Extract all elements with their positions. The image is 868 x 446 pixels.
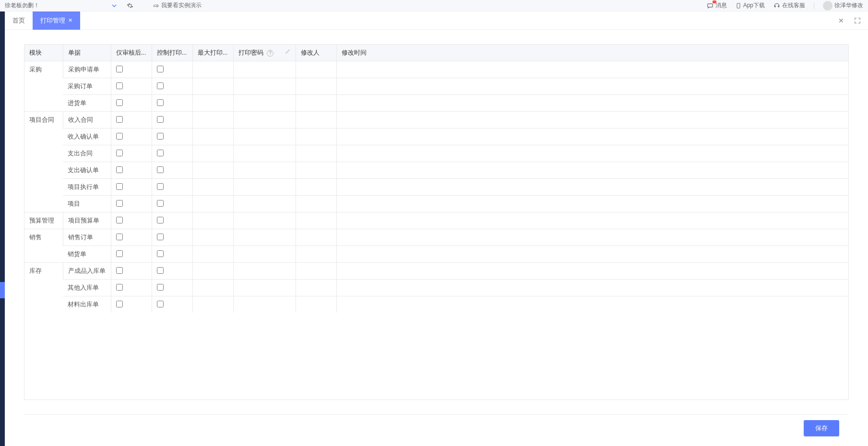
- control-print-checkbox[interactable]: [157, 82, 164, 89]
- audit-only-checkbox[interactable]: [116, 99, 123, 106]
- tab-print-management[interactable]: 打印管理 ✕: [33, 12, 80, 30]
- audit-only-checkbox[interactable]: [116, 217, 123, 223]
- help-icon[interactable]: ?: [267, 50, 273, 57]
- control-print-checkbox[interactable]: [157, 183, 164, 190]
- audit-only-checkbox[interactable]: [116, 200, 123, 207]
- document-cell: 材料出库单: [63, 296, 111, 313]
- control-print-cell: [152, 229, 192, 246]
- empty-cell: [233, 296, 296, 313]
- module-cell: 采购: [24, 61, 63, 112]
- control-print-checkbox[interactable]: [157, 116, 164, 123]
- company-dropdown-icon[interactable]: [111, 3, 117, 9]
- control-print-cell: [152, 196, 192, 212]
- phone-icon: [736, 2, 741, 9]
- table-row: 项目合同收入合同: [24, 112, 848, 129]
- empty-cell: [336, 162, 848, 179]
- demo-link-label: 我要看实例演示: [161, 1, 202, 10]
- col-print-password-label: 打印密码: [238, 49, 263, 56]
- control-print-checkbox[interactable]: [157, 301, 164, 307]
- audit-only-checkbox[interactable]: [116, 133, 123, 140]
- audit-only-checkbox[interactable]: [116, 301, 123, 307]
- audit-only-checkbox[interactable]: [116, 66, 123, 72]
- control-print-cell: [152, 112, 192, 129]
- empty-cell: [233, 95, 296, 112]
- empty-cell: [296, 61, 336, 78]
- close-icon[interactable]: ✕: [68, 17, 72, 23]
- audit-only-cell: [111, 95, 152, 112]
- empty-cell: [233, 196, 296, 212]
- audit-only-checkbox[interactable]: [116, 234, 123, 240]
- empty-cell: [336, 263, 848, 280]
- table-row: 支出确认单: [24, 162, 848, 179]
- messages-link[interactable]: 消息: [707, 1, 727, 10]
- edit-icon[interactable]: [285, 48, 291, 54]
- control-print-checkbox[interactable]: [157, 284, 164, 291]
- control-print-checkbox[interactable]: [157, 133, 164, 140]
- audit-only-checkbox[interactable]: [116, 183, 123, 190]
- app-download-link[interactable]: App下载: [736, 1, 765, 10]
- col-control-print: 控制打印...: [152, 45, 192, 61]
- audit-only-checkbox[interactable]: [116, 82, 123, 89]
- empty-cell: [336, 61, 848, 78]
- audit-only-checkbox[interactable]: [116, 166, 123, 173]
- document-cell: 项目: [63, 196, 111, 212]
- empty-cell: [233, 61, 296, 78]
- tabs-right: ✕: [835, 15, 868, 26]
- control-print-checkbox[interactable]: [157, 200, 164, 207]
- col-modifier: 修改人: [296, 45, 336, 61]
- top-left: 徐老板勿删！ 我要看实例演示: [5, 1, 202, 10]
- table-header-row: 模块 单据 仅审核后... 控制打印... 最大打印... 打印密码 ?: [24, 45, 848, 61]
- user-menu[interactable]: 徐泽华修改: [823, 1, 863, 11]
- control-print-checkbox[interactable]: [157, 150, 164, 156]
- control-print-checkbox[interactable]: [157, 99, 164, 106]
- table-row: 支出合同: [24, 145, 848, 162]
- audit-only-checkbox[interactable]: [116, 250, 123, 257]
- empty-cell: [233, 212, 296, 229]
- table-row: 收入确认单: [24, 129, 848, 145]
- control-print-cell: [152, 179, 192, 196]
- audit-only-checkbox[interactable]: [116, 284, 123, 291]
- control-print-checkbox[interactable]: [157, 250, 164, 257]
- table-row: 项目执行单: [24, 179, 848, 196]
- audit-only-checkbox[interactable]: [116, 150, 123, 156]
- document-cell: 进货单: [63, 95, 111, 112]
- table-row: 材料出库单: [24, 296, 848, 313]
- audit-only-checkbox[interactable]: [116, 267, 123, 274]
- empty-cell: [336, 145, 848, 162]
- control-print-checkbox[interactable]: [157, 66, 164, 72]
- app-download-label: App下载: [743, 1, 765, 10]
- control-print-checkbox[interactable]: [157, 217, 164, 223]
- document-cell: 收入合同: [63, 112, 111, 129]
- col-max-print: 最大打印...: [192, 45, 233, 61]
- empty-cell: [192, 145, 233, 162]
- control-print-cell: [152, 263, 192, 280]
- empty-cell: [192, 179, 233, 196]
- empty-cell: [296, 129, 336, 145]
- control-print-checkbox[interactable]: [157, 234, 164, 240]
- control-print-checkbox[interactable]: [157, 166, 164, 173]
- control-print-cell: [152, 162, 192, 179]
- module-cell: 库存: [24, 263, 63, 313]
- save-button[interactable]: 保存: [804, 420, 839, 436]
- control-print-cell: [152, 212, 192, 229]
- tab-home[interactable]: 首页: [5, 12, 33, 30]
- online-service-link[interactable]: 在线客服: [773, 1, 805, 10]
- close-all-tabs-icon[interactable]: ✕: [835, 15, 847, 26]
- control-print-checkbox[interactable]: [157, 267, 164, 274]
- table-scroll[interactable]: 模块 单据 仅审核后... 控制打印... 最大打印... 打印密码 ?: [24, 45, 848, 399]
- empty-cell: [336, 229, 848, 246]
- brand-text: 徐老板勿删！: [5, 1, 39, 10]
- gear-icon[interactable]: [127, 2, 133, 9]
- empty-cell: [233, 179, 296, 196]
- table-row: 预算管理项目预算单: [24, 212, 848, 229]
- fullscreen-icon[interactable]: [852, 15, 863, 26]
- document-cell: 其他入库单: [63, 280, 111, 296]
- empty-cell: [296, 280, 336, 296]
- audit-only-checkbox[interactable]: [116, 116, 123, 123]
- empty-cell: [296, 112, 336, 129]
- empty-cell: [296, 162, 336, 179]
- empty-cell: [296, 212, 336, 229]
- demo-link[interactable]: 我要看实例演示: [153, 1, 202, 10]
- empty-cell: [233, 78, 296, 95]
- document-cell: 销货单: [63, 246, 111, 263]
